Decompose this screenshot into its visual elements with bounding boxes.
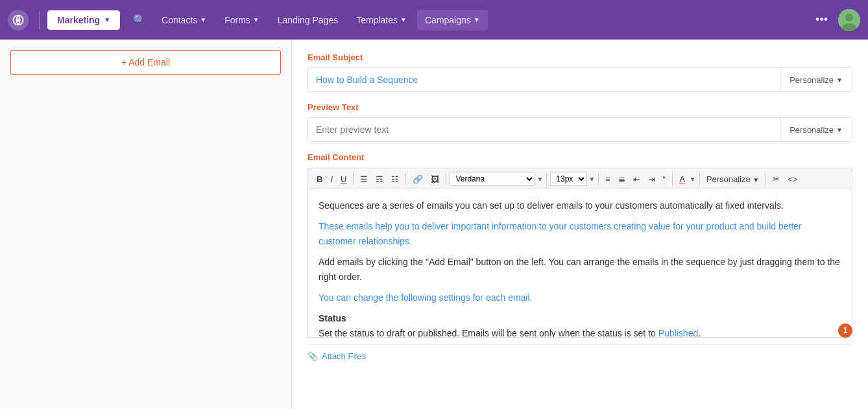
link-button[interactable]: 🔗 (409, 172, 426, 186)
attach-icon: 📎 (307, 351, 318, 361)
bold-button[interactable]: B (313, 172, 326, 186)
scissors-button[interactable]: ✂ (769, 172, 783, 186)
user-avatar[interactable] (838, 9, 860, 31)
font-color-button[interactable]: A (676, 172, 688, 186)
ordered-list-button[interactable]: ≣ (615, 172, 629, 186)
forms-nav-item[interactable]: Forms ▼ (217, 10, 267, 30)
left-sidebar: + Add Email (0, 40, 292, 409)
email-content-label: Email Content (307, 152, 852, 162)
svg-point-2 (845, 14, 853, 21)
toolbar-sep-8 (766, 173, 766, 185)
email-subject-row: How to Build a Sequence Personalize ▼ (307, 67, 852, 92)
contacts-nav-item[interactable]: Contacts ▼ (154, 10, 214, 30)
email-subject-value[interactable]: How to Build a Sequence (308, 68, 780, 91)
subject-personalize-button[interactable]: Personalize ▼ (780, 68, 852, 91)
image-button[interactable]: 🖼 (428, 172, 442, 186)
add-email-button[interactable]: + Add Email (10, 50, 281, 75)
font-dropdown-caret: ▼ (536, 176, 543, 183)
font-color-caret: ▼ (690, 176, 696, 183)
email-subject-label: Email Subject (307, 53, 852, 62)
align-right-button[interactable]: ☷ (388, 172, 402, 186)
italic-button[interactable]: I (327, 172, 336, 186)
font-select[interactable]: Verdana Arial Times New Roman (450, 172, 535, 186)
underline-button[interactable]: U (337, 172, 350, 186)
subject-personalize-label: Personalize (790, 75, 834, 85)
marketing-button[interactable]: Marketing ▼ (47, 10, 120, 30)
more-options-icon[interactable]: ••• (810, 8, 833, 32)
personalize-content-button[interactable]: Personalize ▼ (703, 172, 762, 186)
toolbar-sep-3 (446, 173, 446, 185)
forms-label: Forms (224, 15, 250, 25)
landing-pages-label: Landing Pages (278, 15, 338, 25)
unordered-list-button[interactable]: ≡ (602, 172, 614, 186)
editor-para-1: Sequences are a series of emails you can… (319, 198, 841, 213)
marketing-caret: ▼ (104, 16, 110, 23)
toolbar-sep-1 (353, 173, 354, 185)
logo-icon[interactable] (8, 10, 29, 30)
nav-divider (39, 11, 40, 29)
editor-area[interactable]: Sequences are a series of emails you can… (307, 189, 852, 338)
search-icon[interactable]: 🔍 (128, 8, 151, 31)
preview-personalize-caret: ▼ (836, 126, 843, 134)
top-navigation: Marketing ▼ 🔍 Contacts ▼ Forms ▼ Landing… (0, 0, 868, 40)
templates-label: Templates (356, 15, 398, 25)
code-button[interactable]: <> (784, 172, 801, 186)
templates-nav-item[interactable]: Templates ▼ (348, 10, 415, 30)
forms-caret: ▼ (253, 16, 259, 23)
nav-right: ••• (810, 8, 860, 32)
notification-badge: 1 (838, 323, 852, 338)
campaigns-nav-item[interactable]: Campaigns ▼ (417, 10, 488, 30)
attach-files-label: Attach Files (322, 351, 366, 361)
toolbar-sep-4 (546, 173, 547, 185)
toolbar-sep-5 (598, 173, 599, 185)
toolbar-sep-7 (699, 173, 700, 185)
preview-personalize-label: Personalize (790, 125, 834, 135)
indent-right-button[interactable]: ⇥ (645, 172, 658, 186)
align-center-button[interactable]: ☶ (372, 172, 387, 186)
landing-pages-nav-item[interactable]: Landing Pages (270, 10, 346, 30)
contacts-caret: ▼ (200, 16, 206, 23)
marketing-label: Marketing (57, 15, 100, 25)
contacts-label: Contacts (162, 15, 197, 25)
main-layout: + Add Email Email Subject How to Build a… (0, 40, 868, 409)
preview-text-row: Personalize ▼ (307, 117, 852, 142)
editor-container: Sequences are a series of emails you can… (307, 189, 852, 338)
font-size-select[interactable]: 13px 11px 14px 16px (550, 172, 587, 186)
editor-toolbar: B I U ☰ ☶ ☷ 🔗 🖼 Verdana Arial Times New … (307, 169, 852, 189)
preview-text-input[interactable] (308, 118, 780, 141)
editor-para-4: You can change the following settings fo… (319, 290, 841, 305)
toolbar-sep-2 (405, 173, 406, 185)
align-left-button[interactable]: ☰ (357, 172, 371, 186)
campaigns-label: Campaigns (425, 15, 471, 25)
blockquote-button[interactable]: “ (660, 172, 669, 186)
templates-caret: ▼ (400, 16, 407, 23)
preview-personalize-button[interactable]: Personalize ▼ (780, 118, 852, 141)
toolbar-sep-6 (672, 173, 673, 185)
size-dropdown-caret: ▼ (588, 176, 595, 183)
editor-para-3: Add emails by clicking the "Add Email" b… (319, 255, 841, 284)
subject-personalize-caret: ▼ (836, 76, 843, 84)
editor-para-2: These emails help you to deliver importa… (319, 219, 841, 248)
indent-left-button[interactable]: ⇤ (630, 172, 644, 186)
preview-text-label: Preview Text (307, 102, 852, 112)
editor-para-5: StatusSet the status to draft or publish… (319, 311, 841, 338)
campaigns-caret: ▼ (474, 16, 480, 23)
right-content: Email Subject How to Build a Sequence Pe… (292, 40, 868, 409)
attach-files-section[interactable]: 📎 Attach Files (307, 344, 852, 361)
